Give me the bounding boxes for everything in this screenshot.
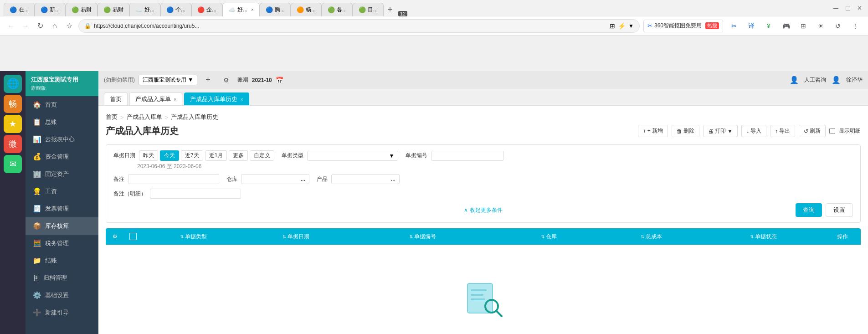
tab-close-icon[interactable]: × [251, 7, 254, 12]
th-cost[interactable]: ⇅ 总成本 [600, 228, 703, 245]
export-button[interactable]: ↑ 导出 [770, 125, 795, 137]
th-settings[interactable]: ⚙ [106, 228, 124, 245]
nav-item-fund[interactable]: 💰 资金管理 [26, 148, 98, 165]
close-button[interactable]: × [855, 3, 864, 13]
browser-tab-10[interactable]: 🟠 畅... [291, 3, 322, 16]
browser-tab-8[interactable]: ☁️ 好... × [222, 3, 260, 16]
app-icon-email[interactable]: ✉ [4, 155, 22, 173]
refresh-button[interactable]: ↺ 刷新 [799, 125, 826, 137]
refresh-browser-button[interactable]: ↻ [35, 21, 46, 31]
nav-item-close[interactable]: 📁 结账 [26, 252, 98, 269]
nav-item-invoice[interactable]: 🧾 发票管理 [26, 200, 98, 217]
th-checkbox[interactable] [124, 228, 142, 245]
dropdown-icon[interactable]: ▼ [628, 23, 634, 29]
nav-item-general[interactable]: 📋 总账 [26, 113, 98, 131]
nav-label-fund: 资金管理 [45, 153, 69, 161]
tab-home[interactable]: 首页 [104, 92, 128, 105]
import-button[interactable]: ↓ 导入 [741, 125, 766, 137]
browser-tab-9[interactable]: 🔵 腾... [260, 3, 291, 16]
show-detail-checkbox[interactable] [829, 128, 835, 134]
today-btn[interactable]: 今天 [160, 150, 179, 161]
minimize-button[interactable]: ─ [831, 3, 841, 13]
warehouse-dropdown[interactable]: ... [241, 174, 309, 184]
apps-icon[interactable]: ⊞ [610, 22, 615, 30]
sync-icon[interactable]: ↺ [831, 19, 845, 33]
calendar-icon[interactable]: 📅 [276, 77, 283, 84]
browser-tab-2[interactable]: 🔵 新... [35, 3, 66, 16]
tab-list-close-icon[interactable]: × [174, 97, 176, 102]
show-detail-toggle[interactable]: 显示明细 [829, 127, 861, 135]
home-browser-button[interactable]: ⌂ [49, 21, 60, 31]
tab-history-close-icon[interactable]: × [240, 97, 243, 102]
custom-btn[interactable]: 自定义 [250, 150, 274, 161]
browser-tab-3[interactable]: 🟢 易财 [66, 3, 98, 16]
theme-icon[interactable]: ☀ [813, 19, 828, 33]
note-detail-input[interactable] [150, 189, 241, 199]
note-input[interactable] [128, 174, 219, 184]
search-settings-button[interactable]: 设置 [826, 203, 853, 217]
delete-button[interactable]: 🗑 删除 [672, 125, 699, 137]
extensions-icon[interactable]: ⚡ [618, 22, 626, 30]
add-button[interactable]: + + 新增 [638, 125, 668, 137]
nav-item-salary[interactable]: 👷 工资 [26, 183, 98, 200]
1month-btn[interactable]: 近1月 [205, 150, 227, 161]
nav-item-asset[interactable]: 🏢 固定资产 [26, 165, 98, 183]
browser-tab-7[interactable]: 🔴 企... [191, 3, 222, 16]
type-dropdown[interactable]: ▼ [307, 151, 398, 161]
nav-item-report[interactable]: 📊 云报表中心 [26, 131, 98, 148]
maximize-button[interactable]: □ [843, 3, 853, 13]
browser-tab-12[interactable]: 🟢 目... [353, 3, 384, 16]
bookmark-button[interactable]: ☆ [64, 21, 75, 31]
settings-company-button[interactable]: ⚙ [219, 75, 234, 86]
nav-item-newguide[interactable]: ➕ 新建引导 [26, 304, 98, 321]
nav-item-inventory[interactable]: 📦 库存核算 [26, 217, 98, 235]
app-icon-360[interactable]: 🌐 [4, 75, 22, 93]
nav-item-archive[interactable]: 🗄 归档管理 [26, 269, 98, 287]
new-tab-button[interactable]: + [384, 4, 396, 16]
collapse-button[interactable]: ∧ 收起更多条件 [464, 205, 503, 216]
company-select[interactable]: 江西服宝测试专用 ▼ [139, 75, 197, 85]
translate-icon[interactable]: 译 [744, 19, 759, 33]
currency-icon[interactable]: ¥ [761, 19, 776, 33]
menu-icon[interactable]: ⋮ [848, 19, 863, 33]
browser-tab-5[interactable]: ☁️ 好... [129, 3, 160, 16]
scissors-icon[interactable]: ✂ [727, 19, 741, 33]
grid-icon[interactable]: ⊞ [796, 19, 811, 33]
number-input[interactable] [431, 151, 504, 161]
browser-tab-4[interactable]: 🟢 易财 [98, 3, 129, 16]
breadcrumb-list[interactable]: 产成品入库单 [127, 113, 162, 121]
type-dropdown-arrow: ▼ [389, 153, 394, 159]
th-number[interactable]: ⇅ 单据编号 [347, 228, 498, 245]
more-btn[interactable]: 更多 [229, 150, 248, 161]
add-company-button[interactable]: + [201, 73, 215, 87]
th-warehouse[interactable]: ⇅ 仓库 [498, 228, 600, 245]
app-icon-star[interactable]: ★ [4, 115, 22, 133]
period-value: 2021-10 [252, 77, 272, 83]
back-button[interactable]: ← [5, 21, 16, 31]
product-dropdown[interactable]: ... [331, 174, 400, 184]
th-status[interactable]: ⇅ 单据状态 [703, 228, 824, 245]
app-icon-chanjet[interactable]: 畅 [4, 95, 22, 113]
th-date[interactable]: ⇅ 单据日期 [245, 228, 347, 245]
7days-btn[interactable]: 近7天 [181, 150, 203, 161]
nav-item-home[interactable]: 🏠 首页 [26, 96, 98, 113]
nav-item-settings[interactable]: ⚙️ 基础设置 [26, 287, 98, 304]
app-icon-weibo[interactable]: 微 [4, 135, 22, 153]
address-input[interactable]: 🔒 https://cloud.chanjet.com/accounting/u… [78, 19, 640, 33]
user-service[interactable]: 人工咨询 [804, 76, 826, 84]
game-icon[interactable]: 🎮 [779, 19, 793, 33]
browser-tab-11[interactable]: 🟢 各... [322, 3, 353, 16]
tab-list[interactable]: 产成品入库单 × [129, 92, 182, 105]
nav-item-tax[interactable]: 🧮 税务管理 [26, 235, 98, 252]
breadcrumb-home[interactable]: 首页 [106, 113, 118, 121]
query-button[interactable]: 查询 [796, 203, 822, 217]
th-type[interactable]: ⇅ 单据类型 [142, 228, 245, 245]
search-box[interactable]: ✂ 360智能抠图免费用 热搜 [643, 20, 723, 32]
header-checkbox[interactable] [129, 233, 137, 240]
print-button[interactable]: 🖨 打印 ▼ [703, 125, 738, 137]
browser-tab-6[interactable]: 🔵 个... [160, 3, 191, 16]
tab-history[interactable]: 产成品入库单历史 × [184, 92, 249, 105]
browser-tab-1[interactable]: 🔵 在... [4, 3, 35, 16]
yesterday-btn[interactable]: 昨天 [139, 150, 158, 161]
forward-button[interactable]: → [20, 21, 31, 31]
